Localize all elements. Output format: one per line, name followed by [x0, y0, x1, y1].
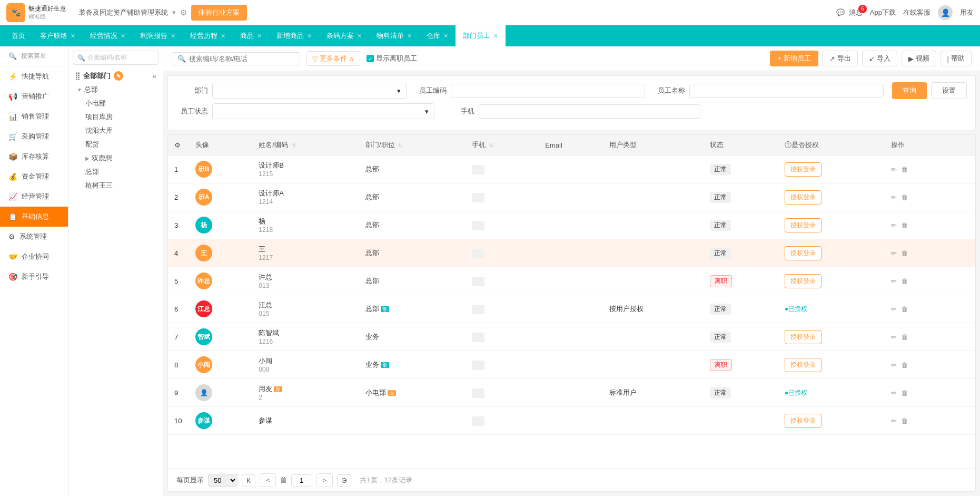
tab-employee[interactable]: 部门员工✕: [456, 25, 506, 46]
dept-edit-icon[interactable]: ✎: [114, 71, 123, 81]
authorize-button[interactable]: 授权登录: [785, 358, 821, 372]
dept-item-zongbu[interactable]: 总部: [81, 165, 159, 179]
edit-icon[interactable]: ✏: [891, 305, 897, 313]
dept-search[interactable]: 🔍 分类编码/名称: [73, 51, 159, 65]
sidebar-item-purchase[interactable]: 🛒采购管理: [0, 127, 68, 147]
dept-collapse-btn[interactable]: «: [153, 72, 156, 80]
edit-icon[interactable]: ✏: [891, 277, 897, 285]
phone-input[interactable]: [479, 104, 701, 119]
show-resigned-toggle[interactable]: ✓ 显示离职员工: [367, 54, 417, 63]
edit-icon[interactable]: ✏: [891, 193, 897, 201]
set-button[interactable]: 设置: [931, 82, 967, 99]
edit-icon[interactable]: ✏: [891, 417, 897, 425]
per-page-select[interactable]: 50 20 100: [208, 474, 237, 487]
col-phone[interactable]: 手机 ⇅: [466, 135, 539, 155]
sidebar-item-sales[interactable]: 📊销售管理: [0, 106, 68, 127]
delete-icon[interactable]: 🗑: [901, 277, 908, 285]
tab-operation[interactable]: 经营情况✕: [83, 25, 133, 46]
online-service[interactable]: 在线客服: [903, 8, 930, 17]
tab-new-goods[interactable]: 新增商品✕: [269, 25, 319, 46]
next-page-btn[interactable]: ＞: [316, 473, 333, 487]
authorize-button[interactable]: 授权登录: [785, 414, 821, 428]
trial-button[interactable]: 体验行业方案: [191, 5, 247, 21]
col-name[interactable]: 姓名/编码 ⇅: [252, 135, 359, 155]
tab-home[interactable]: 首页: [4, 25, 33, 46]
add-employee-button[interactable]: + 新增员工: [770, 51, 818, 66]
delete-icon[interactable]: 🗑: [901, 193, 908, 201]
edit-icon[interactable]: ✏: [891, 249, 897, 257]
delete-icon[interactable]: 🗑: [901, 249, 908, 257]
view-button[interactable]: ▶ 视频: [902, 51, 936, 66]
delete-icon[interactable]: 🗑: [901, 333, 908, 341]
sidebar-item-quicknav[interactable]: ⚡快捷导航: [0, 66, 68, 86]
edit-icon[interactable]: ✏: [891, 361, 897, 369]
page-number-input[interactable]: [291, 474, 312, 487]
op-cell: ✏ 🗑: [885, 211, 975, 239]
export-button[interactable]: ↗ 导出: [823, 51, 858, 66]
sidebar-item-basic[interactable]: 📋基础信息: [0, 207, 68, 227]
sidebar-item-guide[interactable]: 🎯新手引导: [0, 267, 68, 287]
tab-goods[interactable]: 商品✕: [233, 25, 269, 46]
tab-bom[interactable]: 物料清单✕: [369, 25, 419, 46]
sidebar-search[interactable]: 🔍 搜索菜单: [0, 46, 68, 66]
delete-icon[interactable]: 🗑: [901, 417, 908, 425]
dept-select[interactable]: ▾: [212, 83, 407, 99]
dept-item-zhishu[interactable]: 植树王三: [81, 179, 159, 192]
sidebar-item-mgmt[interactable]: 📈经营管理: [0, 187, 68, 207]
delete-icon[interactable]: 🗑: [901, 221, 908, 229]
dept-item-shenyang[interactable]: 沈阳大库: [81, 124, 159, 138]
empname-input[interactable]: [689, 84, 884, 98]
sidebar-item-marketing[interactable]: 📢营销推广: [0, 86, 68, 106]
first-page-btn[interactable]: К: [242, 474, 255, 487]
edit-icon[interactable]: ✏: [891, 333, 897, 341]
delete-icon[interactable]: 🗑: [901, 361, 908, 369]
empcode-input[interactable]: [451, 84, 645, 98]
more-conditions-btn[interactable]: ▽ 更多条件 ∧: [306, 51, 360, 66]
dept-item-root[interactable]: ▼ 总部: [73, 83, 159, 96]
tab-barcode[interactable]: 条码方案✕: [319, 25, 369, 46]
sidebar-item-finance[interactable]: 💰资金管理: [0, 167, 68, 187]
employee-name: 杨: [259, 217, 353, 226]
edit-icon[interactable]: ✏: [891, 389, 897, 397]
tab-customer[interactable]: 客户联络✕: [33, 25, 83, 46]
search-box[interactable]: 🔍: [172, 52, 300, 65]
finance-icon: 💰: [8, 172, 17, 181]
delete-icon[interactable]: 🗑: [901, 305, 908, 313]
tab-history[interactable]: 经营历程✕: [183, 25, 233, 46]
search-input[interactable]: [189, 55, 294, 63]
dept-item-projroom[interactable]: 项目库房: [81, 110, 159, 124]
help-button[interactable]: | 帮助: [941, 51, 972, 66]
authorize-button[interactable]: 授权登录: [785, 162, 821, 177]
col-dept[interactable]: 部门/职位 ⇅: [359, 135, 466, 155]
authorize-button[interactable]: 授权登录: [785, 190, 821, 205]
app-download[interactable]: App下载: [870, 8, 896, 17]
dropdown-icon[interactable]: ▾: [172, 8, 176, 16]
prev-page-btn[interactable]: ＜: [260, 473, 276, 487]
settings-icon[interactable]: ⚙: [180, 8, 187, 17]
col-setting[interactable]: ⚙: [168, 135, 189, 155]
sidebar-item-system[interactable]: ⚙系统管理: [0, 227, 68, 247]
authorize-button[interactable]: 授权登录: [785, 330, 821, 344]
delete-icon[interactable]: 🗑: [901, 166, 908, 173]
import-button[interactable]: ↙ 导入: [862, 51, 897, 66]
edit-icon[interactable]: ✏: [891, 221, 897, 229]
tab-warehouse[interactable]: 仓库✕: [419, 25, 456, 46]
tab-profit[interactable]: 利润报告✕: [133, 25, 183, 46]
authorize-button[interactable]: 授权登录: [785, 246, 821, 260]
avatar: 许总: [195, 273, 212, 289]
dept-item-xiaodibu[interactable]: 小电部: [81, 96, 159, 110]
empstatus-select[interactable]: ▾: [212, 103, 434, 119]
message-area[interactable]: 💬 6 消息: [836, 8, 863, 17]
query-button[interactable]: 查询: [892, 82, 927, 99]
delete-icon[interactable]: 🗑: [901, 389, 908, 397]
authorize-button[interactable]: 授权登录: [785, 274, 821, 288]
edit-icon[interactable]: ✏: [891, 166, 897, 173]
user-name[interactable]: 用友: [960, 8, 974, 17]
filter-icon: ▽: [312, 55, 318, 63]
dept-item-shuanglu[interactable]: ▶ 双鹿想: [81, 151, 159, 165]
dept-item-peihuo[interactable]: 配货: [81, 138, 159, 151]
authorize-button[interactable]: 授权登录: [785, 218, 821, 232]
sidebar-item-inventory[interactable]: 📦库存核算: [0, 147, 68, 167]
last-page-btn[interactable]: Э: [337, 474, 352, 487]
sidebar-item-collab[interactable]: 🤝企业协同: [0, 247, 68, 267]
